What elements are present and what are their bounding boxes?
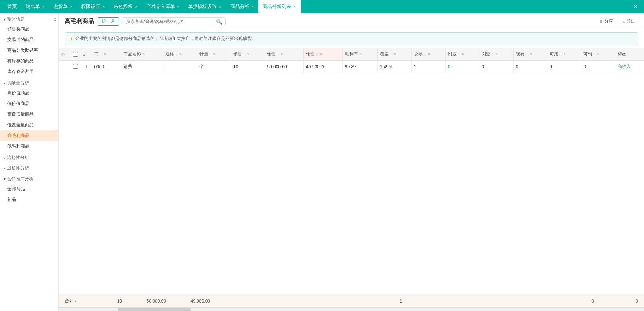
col-coverage[interactable]: 覆盖... ⇅ [378, 48, 411, 61]
close-icon[interactable]: × [102, 4, 105, 9]
col-sales-qty[interactable]: 销售... ⇅ [231, 48, 265, 61]
search-box: 🔍 [123, 17, 226, 26]
col-current-stock[interactable]: 现有... ⇅ [513, 48, 547, 61]
sidebar-item-traded-goods[interactable]: 交易过的商品 [0, 35, 58, 45]
nav-sales-order[interactable]: 销售单 × [21, 0, 49, 13]
cell-sales-amount: 50,000.00 [265, 61, 304, 73]
arrow-down-icon: ▾ [4, 17, 6, 21]
export-button[interactable]: ↓ 导出 [620, 17, 638, 26]
close-icon[interactable]: × [135, 4, 137, 9]
cell-checkbox [71, 61, 81, 73]
col-tag: 标签 [615, 48, 644, 61]
sidebar-item-low-margin[interactable]: 低毛利商品 [0, 141, 58, 152]
sidebar-item-high-margin[interactable]: 高毛利商品 [0, 130, 58, 141]
cell-current-stock: 0 [513, 61, 547, 73]
search-input[interactable] [126, 19, 216, 24]
col-spec[interactable]: 规格... ⇅ [163, 48, 197, 61]
table-header-row: ⚙ # 商... [59, 48, 644, 61]
sort-icon: ⇅ [393, 52, 396, 56]
top-navigation: 首页 销售单 × 进货单 × 权限设置 × 角色授权 × 产成品入库单 × 单据… [0, 0, 644, 13]
cell-name: 运费 [121, 61, 163, 73]
col-name[interactable]: 商品名称 ⇅ [121, 48, 163, 61]
col-view1[interactable]: 浏览... ⇅ [446, 48, 479, 61]
sidebar-item-new-goods[interactable]: 新品 [0, 194, 58, 205]
sidebar-item-high-coverage[interactable]: 高覆盖量商品 [0, 109, 58, 120]
footer-current-stock: 0 [565, 299, 594, 304]
sidebar-item-category-sales-rate[interactable]: 商品分类助销率 [0, 45, 58, 56]
nav-product-analysis-list[interactable]: 商品分析列表 × [258, 0, 300, 13]
cell-transaction: 1 [411, 61, 445, 73]
close-icon[interactable]: × [252, 4, 254, 9]
arrow-down-icon: ▾ [4, 177, 6, 181]
sort-icon: ⇅ [213, 52, 216, 56]
col-code[interactable]: 商... ⇅ [92, 48, 121, 61]
data-table: ⚙ # 商... [59, 48, 644, 73]
close-icon[interactable]: × [177, 4, 179, 9]
col-saleable-stock[interactable]: 可销... ⇅ [581, 48, 615, 61]
footer-transaction: 1 [373, 299, 402, 304]
sidebar-item-high-value[interactable]: 高价值商品 [0, 88, 58, 98]
sidebar: « ▾ 整体信息 销售类商品 交易过的商品 商品分类助销率 有库存的商品 库存资… [0, 13, 59, 311]
nav-role-auth[interactable]: 角色授权 × [109, 0, 141, 13]
col-transaction[interactable]: 交易... ⇅ [411, 48, 445, 61]
search-icon[interactable]: 🔍 [216, 19, 222, 25]
nav-product-inbound[interactable]: 产成品入库单 × [142, 0, 184, 13]
col-num: # [81, 48, 92, 61]
sort-icon: ⇅ [142, 52, 145, 56]
col-view2[interactable]: 浏览... ⇅ [479, 48, 513, 61]
close-window-button[interactable]: × [630, 1, 641, 12]
col-gross-margin[interactable]: 毛利率 ⇅ [342, 48, 378, 61]
nav-home[interactable]: 首页 [3, 0, 21, 13]
footer-available-stock: 0 [609, 299, 638, 304]
sidebar-group-contribution[interactable]: ▾ 贡献量分析 [0, 77, 58, 88]
sort-icon: ⇅ [247, 52, 250, 56]
info-icon: ✦ [69, 36, 73, 41]
col-sales-amount[interactable]: 销售... ⇅ [265, 48, 304, 61]
settings-icon[interactable]: ⚙ [61, 52, 65, 57]
sidebar-group-marketing[interactable]: ▾ 营销推广分析 [0, 173, 58, 184]
sidebar-item-low-coverage[interactable]: 低覆盖量商品 [0, 120, 58, 130]
sidebar-item-in-stock-goods[interactable]: 有库存的商品 [0, 56, 58, 66]
nav-product-analysis[interactable]: 商品分析 × [226, 0, 258, 13]
time-filter-button[interactable]: 近一月 [98, 17, 119, 26]
cell-sales-cost: 49,900.00 [304, 61, 343, 73]
close-icon[interactable]: × [219, 4, 221, 9]
sidebar-item-sales-goods[interactable]: 销售类商品 [0, 24, 58, 35]
close-icon[interactable]: × [42, 4, 44, 9]
sidebar-item-all-goods[interactable]: 全部商品 [0, 184, 58, 194]
sort-icon: ⇅ [104, 52, 107, 56]
cell-settings [59, 61, 71, 73]
view1-link[interactable]: 0 [448, 64, 450, 69]
row-checkbox[interactable] [73, 64, 78, 69]
close-icon[interactable]: × [294, 4, 296, 9]
horizontal-scrollbar[interactable] [59, 307, 644, 311]
share-button[interactable]: ⬆ 分享 [596, 17, 616, 26]
col-sales-cost[interactable]: 销售... ⇅ [304, 48, 343, 61]
footer-sales-amount: 50,000.00 [137, 299, 166, 304]
main-layout: « ▾ 整体信息 销售类商品 交易过的商品 商品分类助销率 有库存的商品 库存资… [0, 13, 644, 311]
col-unit[interactable]: 计量... ⇅ [197, 48, 231, 61]
arrow-right-icon: ▸ [4, 156, 6, 160]
sidebar-item-low-value[interactable]: 低价值商品 [0, 98, 58, 109]
col-available-stock[interactable]: 可用... ⇅ [547, 48, 581, 61]
share-icon: ⬆ [599, 19, 603, 24]
sidebar-group-growth[interactable]: ▸ 成长性分析 [0, 162, 58, 173]
close-icon[interactable]: × [70, 4, 72, 9]
col-settings[interactable]: ⚙ [59, 48, 71, 61]
sidebar-group-overall[interactable]: ▾ 整体信息 [0, 13, 58, 24]
nav-permission-settings[interactable]: 权限设置 × [77, 0, 109, 13]
cell-sales-qty: 10 [231, 61, 265, 73]
sidebar-item-stock-capital[interactable]: 库存资金占用 [0, 66, 58, 77]
sort-icon: ⇅ [179, 52, 182, 56]
scrollbar-thumb[interactable] [118, 308, 191, 311]
cell-view1[interactable]: 0 [446, 61, 479, 73]
nav-purchase-order[interactable]: 进货单 × [49, 0, 76, 13]
sort-icon: ⇅ [597, 52, 600, 56]
select-all-checkbox[interactable] [73, 52, 78, 57]
sidebar-group-trend[interactable]: ▸ 流趋性分析 [0, 152, 58, 162]
cell-num: 1 [81, 61, 92, 73]
sort-icon: ⇅ [563, 52, 566, 56]
cell-view2: 0 [479, 61, 513, 73]
nav-template-settings[interactable]: 单据模板设置 × [184, 0, 226, 13]
sidebar-collapse-button[interactable]: « [53, 16, 56, 22]
